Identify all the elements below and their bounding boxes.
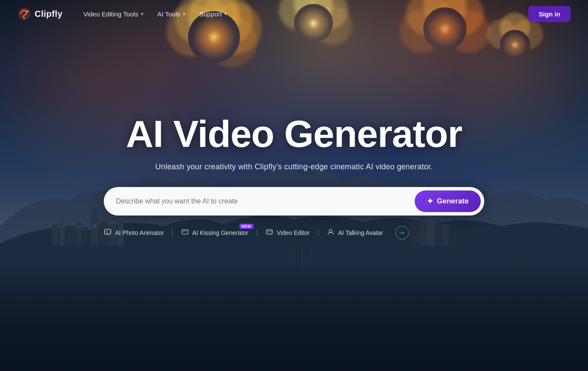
prompt-input[interactable] <box>116 197 409 205</box>
tool-video-editor[interactable]: Video Editor <box>257 228 318 238</box>
svg-rect-21 <box>105 229 111 235</box>
logo[interactable]: Clipfly <box>17 7 63 21</box>
tool-links: AI Photo Animator NEW AI Kissing Generat… <box>104 226 484 240</box>
photo-animator-label: AI Photo Animator <box>115 229 164 236</box>
sparkle-icon: ✦ <box>427 197 433 206</box>
nav-support[interactable]: Support ▾ <box>199 10 227 18</box>
talking-avatar-label: AI Talking Avatar <box>338 229 383 236</box>
svg-point-20 <box>23 17 25 19</box>
nav-support-label: Support <box>199 10 222 18</box>
logo-text: Clipfly <box>35 9 63 19</box>
generate-label: Generate <box>437 197 469 206</box>
tool-photo-animator[interactable]: AI Photo Animator <box>104 228 173 238</box>
firework-4 <box>500 30 530 60</box>
navbar-left: Clipfly Video Editing Tools ▾ AI Tools ▾… <box>17 7 227 21</box>
nav-video-editing-chevron-icon: ▾ <box>141 11 144 17</box>
svg-rect-22 <box>104 231 105 233</box>
nav-video-editing-label: Video Editing Tools <box>83 10 138 18</box>
sign-in-button[interactable]: Sign in <box>528 6 571 22</box>
nav-video-editing[interactable]: Video Editing Tools ▾ <box>83 10 144 18</box>
arrow-icon: → <box>399 229 406 237</box>
navbar: Clipfly Video Editing Tools ▾ AI Tools ▾… <box>0 0 588 28</box>
kissing-new-badge: NEW <box>240 224 254 229</box>
photo-animator-icon <box>104 228 112 238</box>
tool-kissing-generator[interactable]: NEW AI Kissing Generator <box>173 228 257 238</box>
nav-links: Video Editing Tools ▾ AI Tools ▾ Support… <box>83 10 227 18</box>
generate-button[interactable]: ✦ Generate <box>415 190 481 212</box>
hero-subtitle: Unleash your creativity with Clipfly's c… <box>155 162 433 171</box>
nav-ai-tools-label: AI Tools <box>157 10 180 18</box>
video-editor-icon <box>265 228 273 238</box>
svg-point-24 <box>106 231 108 232</box>
svg-point-27 <box>183 230 184 231</box>
svg-rect-23 <box>111 231 112 233</box>
nav-support-chevron-icon: ▾ <box>224 11 227 17</box>
kissing-generator-icon <box>181 228 189 238</box>
kissing-generator-label: AI Kissing Generator <box>192 229 248 236</box>
hero-content: AI Video Generator Unleash your creativi… <box>0 114 588 240</box>
water-reflection <box>0 267 588 371</box>
talking-avatar-icon <box>327 228 335 238</box>
search-bar: ✦ Generate <box>104 187 484 216</box>
tool-talking-avatar[interactable]: AI Talking Avatar <box>318 228 392 238</box>
nav-ai-tools-chevron-icon: ▾ <box>183 11 185 17</box>
logo-icon <box>17 7 31 21</box>
svg-rect-25 <box>182 230 188 234</box>
nav-ai-tools[interactable]: AI Tools ▾ <box>157 10 185 18</box>
tools-arrow-button[interactable]: → <box>395 226 409 240</box>
hero-title: AI Video Generator <box>126 114 462 154</box>
hero-section: Clipfly Video Editing Tools ▾ AI Tools ▾… <box>0 0 588 371</box>
svg-point-28 <box>184 230 185 231</box>
video-editor-label: Video Editor <box>277 229 310 236</box>
